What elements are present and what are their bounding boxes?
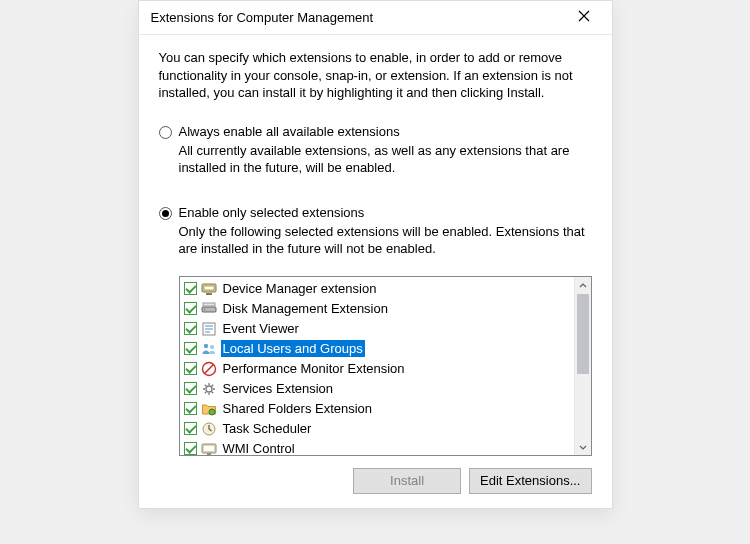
edit-extensions-button-label: Edit Extensions... xyxy=(480,473,580,488)
radio-option-selected[interactable]: Enable only selected extensions Only the… xyxy=(159,205,592,258)
checkbox[interactable] xyxy=(184,342,197,355)
svg-point-7 xyxy=(203,343,207,347)
close-button[interactable] xyxy=(564,4,604,32)
checkbox[interactable] xyxy=(184,422,197,435)
titlebar-title: Extensions for Computer Management xyxy=(151,10,564,25)
list-item[interactable]: Local Users and Groups xyxy=(180,339,574,359)
extension-label: Shared Folders Extension xyxy=(221,400,375,417)
dialog-buttons: Install Edit Extensions... xyxy=(199,468,592,494)
extension-label: Task Scheduler xyxy=(221,420,314,437)
chevron-up-icon xyxy=(579,278,587,293)
extension-label: Performance Monitor Extension xyxy=(221,360,407,377)
scroll-track[interactable] xyxy=(575,294,591,438)
install-button[interactable]: Install xyxy=(353,468,461,494)
users-groups-icon xyxy=(201,341,217,357)
extension-label: Device Manager extension xyxy=(221,280,379,297)
extensions-dialog: Extensions for Computer Management You c… xyxy=(138,0,613,509)
scroll-down-button[interactable] xyxy=(575,438,591,455)
radio-all-desc: All currently available extensions, as w… xyxy=(179,142,592,177)
chevron-down-icon xyxy=(579,439,587,454)
list-item[interactable]: Event Viewer xyxy=(180,319,574,339)
disk-management-icon xyxy=(201,301,217,317)
install-button-label: Install xyxy=(390,473,424,488)
checkbox[interactable] xyxy=(184,302,197,315)
list-item[interactable]: WMI Control xyxy=(180,439,574,455)
svg-rect-1 xyxy=(204,286,214,290)
svg-rect-15 xyxy=(207,453,211,455)
list-item[interactable]: Services Extension xyxy=(180,379,574,399)
option-all-block: Always enable all available extensions A… xyxy=(159,124,592,177)
checkbox[interactable] xyxy=(184,322,197,335)
scroll-up-button[interactable] xyxy=(575,277,591,294)
edit-extensions-button[interactable]: Edit Extensions... xyxy=(469,468,591,494)
task-scheduler-icon xyxy=(201,421,217,437)
radio-selected-icon xyxy=(159,207,172,220)
titlebar: Extensions for Computer Management xyxy=(139,1,612,35)
list-item[interactable]: Device Manager extension xyxy=(180,279,574,299)
checkbox[interactable] xyxy=(184,382,197,395)
svg-point-10 xyxy=(206,386,212,392)
option-selected-block: Enable only selected extensions Only the… xyxy=(159,205,592,494)
list-item[interactable]: Disk Management Extension xyxy=(180,299,574,319)
svg-point-8 xyxy=(210,345,214,349)
radio-all-icon xyxy=(159,126,172,139)
extension-label: Disk Management Extension xyxy=(221,300,390,317)
radio-selected-desc: Only the following selected extensions w… xyxy=(179,223,592,258)
checkbox[interactable] xyxy=(184,362,197,375)
close-icon xyxy=(578,10,590,25)
radio-selected-label: Enable only selected extensions xyxy=(179,205,592,222)
dialog-content: You can specify which extensions to enab… xyxy=(139,35,612,508)
list-item[interactable]: Shared Folders Extension xyxy=(180,399,574,419)
list-item[interactable]: Task Scheduler xyxy=(180,419,574,439)
svg-point-4 xyxy=(203,308,205,310)
checkbox[interactable] xyxy=(184,282,197,295)
extension-label: Local Users and Groups xyxy=(221,340,365,357)
wmi-control-icon xyxy=(201,441,217,455)
scrollbar[interactable] xyxy=(574,277,591,455)
svg-rect-14 xyxy=(204,446,214,451)
extension-label: Services Extension xyxy=(221,380,336,397)
performance-monitor-icon xyxy=(201,361,217,377)
shared-folders-icon xyxy=(201,401,217,417)
svg-point-11 xyxy=(209,409,215,415)
scroll-thumb[interactable] xyxy=(577,294,589,374)
extensions-list-wrap: Device Manager extensionDisk Management … xyxy=(179,276,592,494)
svg-rect-2 xyxy=(206,293,212,295)
radio-all-label: Always enable all available extensions xyxy=(179,124,592,141)
list-item[interactable]: Performance Monitor Extension xyxy=(180,359,574,379)
extensions-list-inner: Device Manager extensionDisk Management … xyxy=(180,277,574,455)
extension-label: WMI Control xyxy=(221,440,297,455)
extension-label: Event Viewer xyxy=(221,320,301,337)
checkbox[interactable] xyxy=(184,402,197,415)
services-icon xyxy=(201,381,217,397)
intro-text: You can specify which extensions to enab… xyxy=(159,49,592,102)
event-viewer-icon xyxy=(201,321,217,337)
checkbox[interactable] xyxy=(184,442,197,455)
svg-rect-5 xyxy=(203,303,215,306)
radio-option-all[interactable]: Always enable all available extensions A… xyxy=(159,124,592,177)
extensions-listbox[interactable]: Device Manager extensionDisk Management … xyxy=(179,276,592,456)
device-manager-icon xyxy=(201,281,217,297)
